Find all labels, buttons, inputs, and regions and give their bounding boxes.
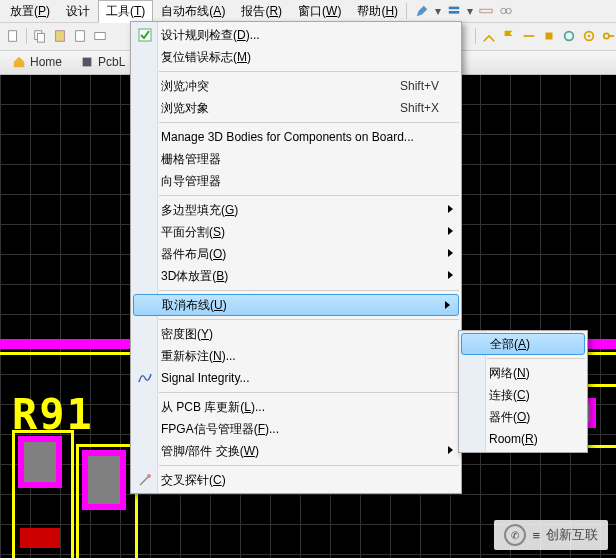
- circle-icon[interactable]: [562, 29, 576, 43]
- wechat-icon: ✆: [504, 524, 526, 546]
- menuitem-label: Signal Integrity...: [161, 371, 250, 385]
- menu-autoroute[interactable]: 自动布线(A): [153, 0, 233, 23]
- menuitem-shortcut: Shift+V: [400, 79, 439, 93]
- key-icon[interactable]: [602, 29, 616, 43]
- menuitem-label: 复位错误标志: [161, 50, 233, 64]
- tab-home[interactable]: Home: [6, 53, 68, 71]
- menuitem-grid-manager[interactable]: 栅格管理器: [131, 148, 461, 170]
- menu-design[interactable]: 设计: [58, 0, 98, 23]
- menuitem-label: 栅格管理器: [161, 151, 221, 168]
- menu-help[interactable]: 帮助(H): [349, 0, 406, 23]
- stack-icon[interactable]: [93, 29, 107, 43]
- submenu-arrow-icon: [448, 249, 453, 257]
- menu-label: 窗口: [298, 4, 322, 18]
- pcb-outline: [76, 444, 138, 558]
- menuitem-label: 管脚/部件 交换: [161, 444, 240, 458]
- ruler-icon[interactable]: [479, 4, 493, 18]
- menuitem-signal-integrity[interactable]: Signal Integrity...: [131, 367, 461, 389]
- dropdown-caret-icon[interactable]: ▾: [435, 4, 441, 18]
- svg-rect-9: [76, 31, 85, 42]
- main-menubar: 放置(P) 设计 工具(T) 自动布线(A) 报告(R) 窗口(W) 帮助(H)…: [0, 0, 616, 23]
- menu-report[interactable]: 报告(R): [233, 0, 290, 23]
- menuitem-3d-body-placement[interactable]: 3D体放置(B): [131, 265, 461, 287]
- submenu-unroute-net[interactable]: 网络(N): [459, 362, 587, 384]
- svg-point-4: [506, 8, 511, 13]
- submenu-unroute-all[interactable]: 全部(A): [461, 333, 585, 355]
- menu-label: 自动布线: [161, 4, 209, 18]
- pencil-icon[interactable]: [415, 4, 429, 18]
- menu-label: 帮助: [357, 4, 381, 18]
- link-icon[interactable]: [499, 4, 513, 18]
- flag-icon[interactable]: [502, 29, 516, 43]
- svg-rect-1: [449, 11, 460, 14]
- menuitem-label: 重新标注: [161, 349, 209, 363]
- menuitem-label: 全部: [490, 337, 514, 351]
- copy-icon[interactable]: [33, 29, 47, 43]
- menuitem-label: Manage 3D Bodies for Components on Board…: [161, 130, 414, 144]
- menuitem-browse-objects[interactable]: 浏览对象 Shift+X: [131, 97, 461, 119]
- svg-rect-7: [37, 33, 44, 42]
- menuitem-label: 交叉探针: [161, 473, 209, 487]
- menuitem-label: Room: [489, 432, 521, 446]
- svg-rect-16: [83, 58, 92, 67]
- menuitem-label: 从 PCB 库更新: [161, 400, 240, 414]
- submenu-unroute-component[interactable]: 器件(O): [459, 406, 587, 428]
- menuitem-polygon-fill[interactable]: 多边型填充(G): [131, 199, 461, 221]
- menuitem-manage-3d-bodies[interactable]: Manage 3D Bodies for Components on Board…: [131, 126, 461, 148]
- menu-label: 放置: [10, 4, 34, 18]
- chip-icon[interactable]: [542, 29, 556, 43]
- menu-separator: [487, 358, 585, 359]
- new-doc-icon[interactable]: [6, 29, 20, 43]
- svg-rect-8: [56, 31, 65, 42]
- menuitem-guide-manager[interactable]: 向导管理器: [131, 170, 461, 192]
- menuitem-reset-error-flags[interactable]: 复位错误标志(M): [131, 46, 461, 68]
- submenu-unroute-room[interactable]: Room(R): [459, 428, 587, 450]
- menuitem-fpga-signal-manager[interactable]: FPGA信号管理器(F)...: [131, 418, 461, 440]
- route-icon[interactable]: [482, 29, 496, 43]
- signal-integrity-icon: [137, 370, 153, 386]
- menu-tools[interactable]: 工具(T): [98, 0, 153, 23]
- pcb-copper: [20, 528, 60, 548]
- menu-separator: [159, 319, 459, 320]
- menu-separator: [159, 195, 459, 196]
- menuitem-plane-split[interactable]: 平面分割(S): [131, 221, 461, 243]
- tab-label: Home: [30, 55, 62, 69]
- target-icon[interactable]: [582, 29, 596, 43]
- dropdown-caret-icon[interactable]: ▾: [467, 4, 473, 18]
- svg-rect-10: [95, 33, 106, 40]
- menubar-toolstrip: ▾ ▾: [415, 4, 513, 18]
- paste-icon[interactable]: [53, 29, 67, 43]
- submenu-unroute-connection[interactable]: 连接(C): [459, 384, 587, 406]
- menuitem-component-layout[interactable]: 器件布局(O): [131, 243, 461, 265]
- submenu-arrow-icon: [448, 271, 453, 279]
- menu-place[interactable]: 放置(P): [2, 0, 58, 23]
- svg-point-14: [588, 35, 591, 38]
- menuitem-density-map[interactable]: 密度图(Y): [131, 323, 461, 345]
- docs-icon[interactable]: [73, 29, 87, 43]
- menuitem-update-from-pcblib[interactable]: 从 PCB 库更新(L)...: [131, 396, 461, 418]
- svg-point-15: [604, 33, 609, 38]
- menubar-separator: [406, 3, 407, 19]
- menu-window[interactable]: 窗口(W): [290, 0, 349, 23]
- svg-point-18: [147, 474, 151, 478]
- menu-label: 工具: [106, 4, 130, 18]
- watermark-text: 创新互联: [546, 526, 598, 544]
- svg-point-12: [565, 32, 574, 41]
- menu-label: 设计: [66, 4, 90, 18]
- submenu-arrow-icon: [448, 227, 453, 235]
- menuitem-cross-probe[interactable]: 交叉探针(C): [131, 469, 461, 491]
- menuitem-design-rule-check[interactable]: 设计规则检查(D)...: [131, 24, 461, 46]
- menu-separator: [159, 290, 459, 291]
- tab-pcblib[interactable]: PcbL: [74, 53, 131, 71]
- line-icon[interactable]: [522, 29, 536, 43]
- layers-icon[interactable]: [447, 4, 461, 18]
- menuitem-pin-part-swap[interactable]: 管脚/部件 交换(W): [131, 440, 461, 462]
- svg-rect-2: [480, 9, 492, 13]
- menuitem-browse-conflicts[interactable]: 浏览冲突 Shift+V: [131, 75, 461, 97]
- menuitem-label: 设计规则检查: [161, 28, 233, 42]
- menu-separator: [159, 465, 459, 466]
- submenu-arrow-icon: [445, 301, 450, 309]
- menuitem-reannotate[interactable]: 重新标注(N)...: [131, 345, 461, 367]
- menuitem-unroute[interactable]: 取消布线(U): [133, 294, 459, 316]
- toolbar-separator: [26, 28, 27, 44]
